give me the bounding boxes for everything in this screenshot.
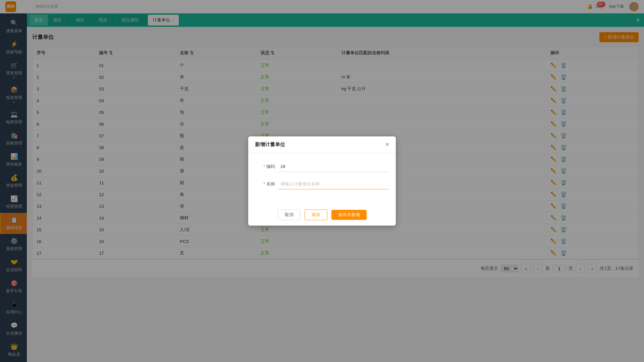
name-form-row: * 名称 <box>255 179 389 189</box>
modal-close-button[interactable]: × <box>385 141 389 148</box>
save-button[interactable]: 保存 <box>305 209 327 220</box>
modal-body: * 编码 * 名称 <box>248 153 396 204</box>
cancel-button[interactable]: 取消 <box>278 209 301 220</box>
modal-title: 新增计量单位 <box>255 141 285 148</box>
save-and-new-button[interactable]: 保存并新增 <box>331 210 367 220</box>
code-required-star: * <box>263 164 265 169</box>
add-unit-modal: 新增计量单位 × * 编码 * 名称 取消 保存 保存并新增 <box>248 136 396 226</box>
name-required-star: * <box>263 181 265 186</box>
modal-header: 新增计量单位 × <box>248 136 396 153</box>
name-input[interactable] <box>278 179 389 189</box>
modal-footer: 取消 保存 保存并新增 <box>248 204 396 226</box>
modal-overlay: 新增计量单位 × * 编码 * 名称 取消 保存 保存并新增 <box>0 0 644 362</box>
code-input[interactable] <box>278 161 389 172</box>
code-form-row: * 编码 <box>255 161 389 172</box>
code-label: * 编码 <box>255 164 278 170</box>
name-label: * 名称 <box>255 181 278 187</box>
